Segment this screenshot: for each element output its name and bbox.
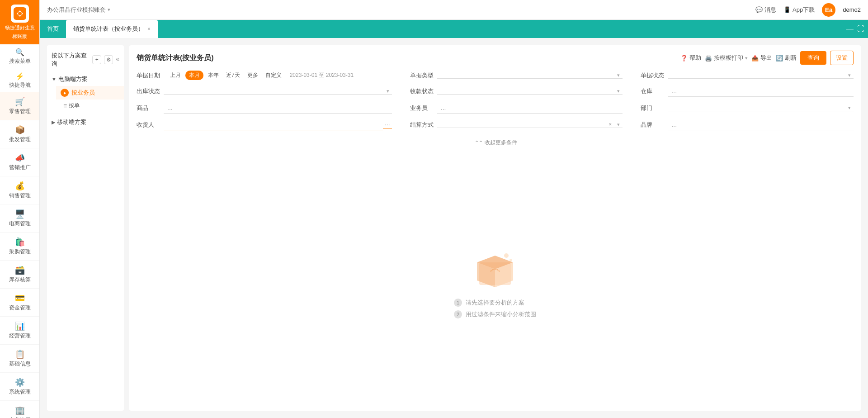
sidebar-item-sales[interactable]: 💰 销售管理 (0, 176, 39, 204)
sidebar-item-system[interactable]: ⚙️ 系统管理 (0, 373, 39, 401)
settlement-clear-btn[interactable]: × (606, 121, 614, 128)
panel-mobile-group-header[interactable]: ▶ 移动端方案 (47, 115, 124, 129)
sidebar-quick-nav[interactable]: ⚡ 快捷导航 (0, 69, 39, 92)
refresh-label: 刷新 (785, 54, 797, 62)
query-btn[interactable]: 查询 (800, 51, 826, 65)
username-label[interactable]: demo2 (843, 6, 861, 13)
system-icon: ⚙️ (15, 377, 25, 387)
download-label: App下载 (793, 6, 815, 14)
empty-state: 1 请先选择要分析的方案 2 用过滤条件来缩小分析范围 (129, 155, 861, 411)
sidebar-search[interactable]: 🔍 搜索菜单 (0, 44, 39, 69)
purchase-icon: 🛍️ (15, 237, 25, 247)
panel-pc-group-content: ● 按业务员 ≡ 按单 (47, 86, 124, 112)
warehouse-input[interactable]: ... (668, 86, 854, 97)
sidebar-item-enterprise[interactable]: 🏢 企业协同 (0, 401, 39, 418)
collapse-label: 收起更多条件 (485, 139, 517, 147)
panel-edit-btn[interactable]: ⚙ (104, 55, 113, 64)
brand-input[interactable]: ... (668, 119, 854, 130)
sidebar-item-retail[interactable]: 🛒 零售管理 (0, 92, 39, 120)
panel-add-btn[interactable]: + (92, 55, 101, 64)
tab-active[interactable]: 销货单统计表（按业务员） × (66, 20, 158, 38)
print-icon: 🖨️ (705, 55, 712, 62)
sidebar-item-inventory[interactable]: 🗃️ 库存核算 (0, 261, 39, 289)
filter-settlement-field: 结算方式 × ▾ (410, 121, 623, 129)
sidebar-item-marketing[interactable]: 📣 营销推广 (0, 148, 39, 176)
panel-item-by-salesperson[interactable]: ● 按业务员 (56, 86, 124, 100)
retail-label: 零售管理 (9, 108, 31, 115)
sidebar-item-basic[interactable]: 📋 基础信息 (0, 345, 39, 373)
print-btn[interactable]: 🖨️ 按模板打印 ▾ (705, 54, 748, 62)
tab-home[interactable]: 首页 (40, 20, 66, 38)
export-icon: 📤 (751, 55, 759, 62)
breadcrumb: 办公用品行业模拟账套 ▾ (47, 6, 750, 14)
step-1-num: 1 (454, 299, 462, 307)
step-2-text: 用过滤条件来缩小分析范围 (466, 310, 536, 318)
nav-icon: ⚡ (15, 72, 24, 81)
tab-close-btn[interactable]: × (147, 26, 151, 32)
export-btn[interactable]: 📤 导出 (751, 54, 772, 62)
message-label: 消息 (764, 6, 776, 14)
date-tab-last-month[interactable]: 上月 (167, 71, 184, 80)
print-dropdown-icon[interactable]: ▾ (745, 55, 748, 61)
refresh-btn[interactable]: 🔄 刷新 (776, 54, 797, 62)
topbar-actions: 💬 消息 📱 App下载 Ea demo2 (755, 3, 861, 17)
date-range-display: 2023-03-01 至 2023-03-31 (290, 71, 354, 79)
goods-input[interactable]: ... (164, 102, 392, 114)
filter-consignee-field: 收货人 ··· (137, 119, 392, 130)
breadcrumb-dropdown-icon[interactable]: ▾ (108, 7, 110, 13)
filter-goods-field: 商品 ... (137, 102, 392, 114)
docstatus-value (668, 73, 845, 77)
svg-point-3 (504, 253, 509, 258)
filter-date-field: 单据日期 上月 本月 本年 近7天 更多 自定义 2023-03-01 至 20… (137, 71, 392, 80)
purchase-label: 采购管理 (9, 248, 31, 256)
quick-nav-label: 快捷导航 (9, 81, 31, 89)
help-icon: ❓ (680, 55, 688, 62)
sidebar: 畅捷通好生意 标账版 🔍 搜索菜单 ⚡ 快捷导航 🛒 零售管理 📦 批发管理 📣… (0, 0, 40, 418)
message-icon: 💬 (755, 6, 763, 13)
sidebar-item-purchase[interactable]: 🛍️ 采购管理 (0, 233, 39, 261)
sidebar-item-operation[interactable]: 📊 经营管理 (0, 317, 39, 345)
sidebar-item-ecommerce[interactable]: 🖥️ 电商管理 (0, 204, 39, 233)
download-btn[interactable]: 📱 App下载 (783, 6, 815, 14)
panel-header: 按以下方案查询 + ⚙ « (47, 49, 124, 71)
stockout-select[interactable]: ▾ (164, 88, 392, 95)
panel-collapse-btn[interactable]: « (116, 55, 119, 64)
filter-brand-field: 品牌 ... (641, 119, 854, 130)
ecommerce-icon: 🖥️ (15, 209, 25, 219)
active-tab-label: 销货单统计表（按业务员） (73, 25, 144, 33)
sidebar-logo[interactable]: 畅捷通好生意 标账版 (0, 0, 39, 44)
stockout-value (164, 89, 384, 93)
collapse-bar[interactable]: ⌃⌃ 收起更多条件 (137, 136, 854, 149)
empty-step-2: 2 用过滤条件来缩小分析范围 (454, 310, 536, 318)
avatar[interactable]: Ea (822, 3, 835, 17)
date-tab-7days[interactable]: 近7天 (223, 71, 243, 80)
panel-pc-group-header[interactable]: ▼ 电脑端方案 (47, 72, 124, 86)
docstatus-select[interactable]: ▾ (668, 72, 854, 79)
salesperson-input[interactable]: ... (437, 102, 623, 114)
help-btn[interactable]: ❓ 帮助 (680, 54, 701, 62)
consignee-input[interactable] (164, 119, 383, 130)
settlement-select[interactable]: × ▾ (437, 121, 623, 128)
payment-select[interactable]: ▾ (437, 88, 623, 95)
sidebar-item-wholesale[interactable]: 📦 批发管理 (0, 120, 39, 148)
mobile-group-label: 移动端方案 (57, 118, 86, 126)
filter-row-2: 出库状态 ▾ 收款状态 ▾ (137, 86, 854, 97)
doctype-select[interactable]: ▾ (437, 72, 623, 79)
settings-btn[interactable]: 设置 (830, 51, 854, 65)
date-tab-more[interactable]: 更多 (245, 71, 261, 80)
date-tab-custom[interactable]: 自定义 (263, 71, 284, 80)
stockout-arrow-icon: ▾ (384, 88, 392, 94)
date-tab-this-month[interactable]: 本月 (185, 71, 203, 80)
sales-label: 销售管理 (9, 192, 31, 200)
date-tab-this-year[interactable]: 本年 (205, 71, 222, 80)
sidebar-item-finance[interactable]: 💳 资金管理 (0, 289, 39, 317)
tab-minimize-btn[interactable]: — (846, 25, 854, 33)
page-action-buttons: ❓ 帮助 🖨️ 按模板打印 ▾ 📤 导出 🔄 刷新 (680, 51, 854, 65)
consignee-dots[interactable]: ··· (383, 121, 392, 128)
department-select[interactable]: ▾ (668, 105, 854, 111)
doctype-value (437, 73, 615, 77)
page-title: 销货单统计表(按业务员) (137, 53, 214, 63)
message-btn[interactable]: 💬 消息 (755, 6, 776, 14)
tab-maximize-btn[interactable]: ⛶ (857, 25, 864, 33)
panel-sub-item-by-order[interactable]: ≡ 按单 (56, 100, 124, 112)
